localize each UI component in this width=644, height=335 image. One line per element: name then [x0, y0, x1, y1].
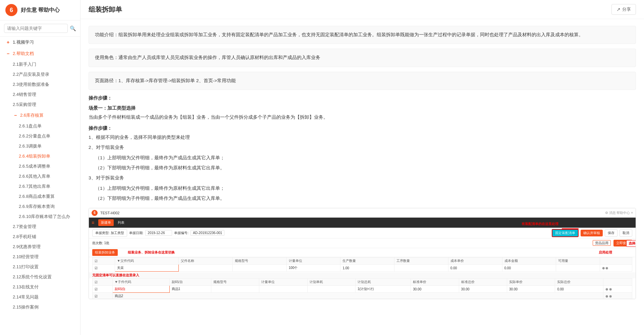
table-row: ☑ 商品2 ⊕ ⊗ [93, 293, 632, 299]
th2-unit: 计量单位 [259, 279, 307, 286]
th-unit: 计量单位 [286, 258, 340, 265]
annotation-enable-text: 启用处理 [599, 250, 612, 255]
sidebar-item-label: 1.视频学习 [13, 39, 34, 45]
sidebar-item-purchase[interactable]: 2.5采购管理 [0, 100, 80, 110]
fake-nav-list[interactable]: 列表 [118, 220, 124, 225]
fake-icons: ⚙ 消息 帮助中心 × [605, 211, 633, 215]
td2-std-p: 30.00 [411, 286, 459, 293]
fake-qty-label: 批次数: 1批 [92, 241, 109, 245]
td-check: ☑ [93, 265, 115, 272]
td-spec [233, 265, 287, 272]
sidebar-item-data-prep[interactable]: 2.3使用前数据准备 [0, 79, 80, 90]
fake-toolbar: 单据类型: 加工类型 单据日期: 2019-12-26 单据编号: AD-201… [89, 228, 636, 238]
th-spec: 规格型号 [233, 258, 287, 265]
th2-code: ▼子件代码 [112, 279, 169, 286]
sidebar-item-inventory[interactable]: − 2.6库存核算 [0, 110, 80, 121]
td2-act-p: 30.00 [507, 286, 555, 293]
table-row: ☑ 关采 100个 1.00 0.00 0.00 [93, 265, 632, 272]
share-button[interactable]: ↗ 分享 [611, 4, 636, 15]
td2-goods2: 商品2 [112, 293, 603, 299]
nav-section: + 1.视频学习 − 2.帮助文档 2.1新手入门 2.2产品安装及登录 2.3… [0, 37, 80, 312]
fake-nav-new[interactable]: 新建单 [98, 219, 114, 226]
fake-btn-cancel[interactable]: 取消 [620, 229, 632, 237]
td-code: 关采 [115, 265, 179, 272]
sub-form-area: 批次数: 1批 货品品用 选择装配清单 立即套用 组装拆卸业务 [89, 238, 636, 257]
td-cost-a: 0.00 [502, 265, 556, 272]
th2-check: ☑ [93, 279, 113, 286]
th2-ops [603, 279, 632, 286]
step1: 1、根据不同的业务，选择不同单据的类型来处理 [89, 133, 636, 142]
td2-check: ☑ [93, 293, 113, 299]
fake-btn-doc-type[interactable]: 单据类型: 加工类型 [92, 229, 127, 237]
fake-btn-save[interactable]: 保存 [605, 229, 618, 237]
annotation-bom-text: 有装配清单的在这里处理 [522, 222, 558, 226]
sidebar-item-transfer[interactable]: 2.6.3调拨单 [0, 141, 80, 151]
sidebar-item-faq[interactable]: 2.14常见问题 [0, 292, 80, 302]
page-title: 组装拆卸单 [89, 5, 122, 14]
step2b: （2）下部明细为子件明细，最终作为原材料生成其它出库单。 [89, 164, 636, 172]
plus-icon: + [5, 40, 11, 45]
td2-unit [259, 286, 307, 293]
fake-btn-bom[interactable]: 固定装配清单 [552, 229, 579, 237]
annotation-bom-line [562, 228, 579, 229]
sidebar-item-print[interactable]: 2.11打印设置 [0, 262, 80, 272]
screenshot-container: 6 TEST-H002 ⚙ 消息 帮助中心 × ≡ 新建单 列表 [89, 208, 636, 299]
th2-plan-unit: 计划单耗 [307, 279, 355, 286]
td-prod-qty: 1.00 [340, 265, 394, 272]
sidebar-item-other-out[interactable]: 2.6.7其他出库单 [0, 181, 80, 191]
annotation-no-bom-text: 无固定清单可以直接在这里录入 [89, 272, 636, 278]
step3a: （1）上部明细为父件明细，最终作为原材料生成其它出库单； [89, 184, 636, 192]
sidebar-item-coupon[interactable]: 2.9优惠券管理 [0, 242, 80, 252]
sidebar-item-ops-mgmt[interactable]: 2.10经营管理 [0, 252, 80, 262]
th-check: ☑ [93, 258, 115, 265]
td2-check: ☑ [93, 286, 113, 293]
fake-assembly-tab[interactable]: 组装拆卸业务 [92, 249, 118, 256]
th-cost-amt: 成本金额 [502, 258, 556, 265]
intro-text-2: 使用角色：通常由生产人员或库管人员完成拆装业务的操作，库管人员确认原材料的出库和… [95, 55, 320, 60]
sidebar-item-ledger-fix[interactable]: 2.6.10库存账本错了怎么办 [0, 212, 80, 222]
sidebar-item-cases[interactable]: 2.15操作案例 [0, 302, 80, 312]
annotation-select-text: 选择装配清单 [626, 240, 636, 247]
td-avail [556, 265, 600, 272]
child-table-area: ☑ ▼子件代码 副码/自 规格型号 计量单位 计划单耗 计划总耗 标准单价 标准… [89, 278, 636, 299]
sidebar-item-assembly[interactable]: 2.6.4组装拆卸单 [0, 151, 80, 161]
sidebar-item-mobile[interactable]: 2.8手机旺铺 [0, 232, 80, 242]
intro-block-3: 页面路径：1、库存核算->库存管理->组装拆卸单 2、首页->常用功能 [89, 72, 636, 90]
child-table: ☑ ▼子件代码 副码/自 规格型号 计量单位 计划单耗 计划总耗 标准单价 标准… [92, 278, 632, 299]
sidebar-item-online-pay[interactable]: 2.13在线支付 [0, 282, 80, 292]
fake-btn-confirm[interactable]: 确认并审核 [581, 230, 603, 236]
intro-text-1: 功能介绍：组装拆卸单用来处理企业组装或拆卸等加工业务，支持有固定装配清单的产品加… [95, 32, 583, 37]
sidebar-item-newbie[interactable]: 2.1新手入门 [0, 59, 80, 69]
sidebar-item-label: 2.6库存核算 [20, 112, 44, 118]
sidebar-item-system[interactable]: 2.12系统个性化设置 [0, 272, 80, 282]
sidebar-item-partial-check[interactable]: 2.6.2分量盘点单 [0, 131, 80, 141]
td-unit: 100个 [286, 265, 340, 272]
sidebar-item-help-docs[interactable]: − 2.帮助文档 [0, 48, 80, 59]
sidebar-item-inventory-check[interactable]: 2.6.1盘点单 [0, 121, 80, 131]
td2-code: 副码/自 [112, 286, 169, 293]
sidebar-item-ledger-query[interactable]: 2.6.9库存账本查询 [0, 202, 80, 212]
fake-titlebar: 6 TEST-H002 ⚙ 消息 帮助中心 × [89, 208, 636, 218]
search-icon[interactable]: 🔍 [70, 25, 76, 32]
fake-title-text: TEST-H002 [100, 211, 119, 215]
th-parent-name: 父件名称 [179, 258, 233, 265]
sidebar-item-finance[interactable]: 2.7资金管理 [0, 222, 80, 232]
th2-act-total: 实际总价 [555, 279, 603, 286]
fake-bom-select[interactable]: 货品品用 [593, 240, 611, 246]
sidebar-item-other-in[interactable]: 2.6.6其他入库单 [0, 171, 80, 181]
td2-ops: ⊕ ⊗ [603, 286, 632, 293]
fake-logo-icon: 6 [92, 210, 98, 216]
th2-std-price: 标准单价 [411, 279, 459, 286]
ops-title: 操作步骤： [89, 95, 636, 101]
sidebar-item-cost-recalc[interactable]: 2.6.8商品成本重算 [0, 191, 80, 202]
sidebar-title: 好生意 帮助中心 [21, 7, 60, 14]
fake-nav-icon: ≡ [92, 220, 94, 225]
intro-text-3: 页面路径：1、库存核算->库存管理->组装拆卸单 2、首页->常用功能 [95, 78, 236, 83]
sidebar-item-sales[interactable]: 2.4销售管理 [0, 90, 80, 100]
th-prod-qty: 生产数量 [340, 258, 394, 265]
step2a: （1）上部明细为父件明细，最终作为产成品生成其它入库单； [89, 154, 636, 162]
search-input[interactable] [4, 24, 68, 33]
sidebar-item-cost-adjust[interactable]: 2.6.5成本调整单 [0, 161, 80, 171]
sidebar-item-video-learning[interactable]: + 1.视频学习 [0, 37, 80, 48]
sidebar-item-install[interactable]: 2.2产品安装及登录 [0, 69, 80, 79]
